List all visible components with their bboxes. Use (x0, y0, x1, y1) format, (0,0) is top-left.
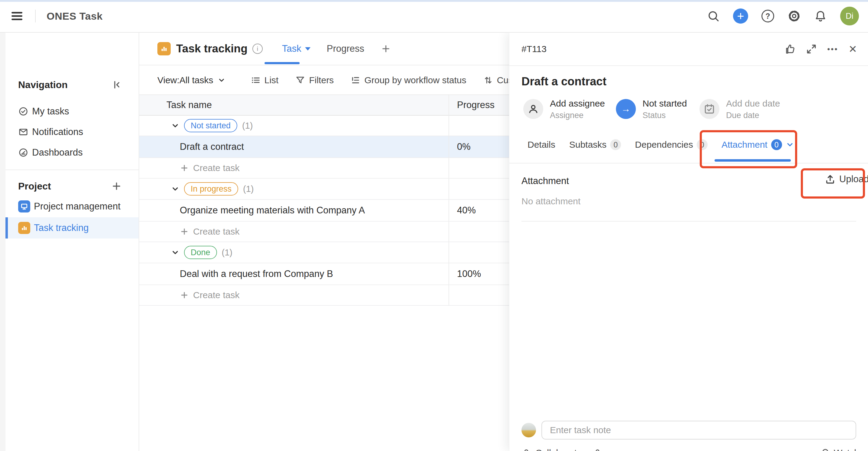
status-badge: In progress (184, 182, 238, 196)
topbar: ONES Task + ? Di (0, 0, 868, 33)
create-task-row[interactable]: Create task (139, 158, 509, 179)
column-divider (448, 95, 449, 306)
main-header: Task tracking i Task Progress (139, 33, 509, 65)
current-user-avatar (522, 423, 536, 438)
tab-dependencies[interactable]: Dependencies 0 (635, 139, 708, 150)
sidebar-item-label: Notifications (32, 126, 83, 138)
app-title: ONES Task (46, 10, 102, 22)
attachment-divider (522, 221, 856, 221)
expand-icon[interactable] (806, 43, 817, 55)
group-count: (1) (222, 248, 232, 258)
attachment-count-badge: 0 (771, 139, 782, 150)
collapse-group-icon[interactable] (171, 122, 179, 129)
list-icon (251, 76, 260, 85)
filter-icon (296, 76, 305, 85)
tab-details[interactable]: Details (528, 140, 555, 150)
sidebar-gutter (0, 33, 5, 451)
tab-attachment[interactable]: Attachment 0 (721, 139, 794, 150)
status-arrow-icon: → (616, 99, 636, 119)
group-row-not-started: Not started (1) (139, 116, 509, 136)
person-icon (523, 99, 543, 119)
close-icon[interactable]: ✕ (849, 44, 858, 54)
task-detail-panel: #T113 ••• ✕ Draft a contract Add assigne… (509, 33, 868, 451)
collapse-sidebar-icon[interactable] (112, 80, 122, 90)
group-row-done: Done (1) (139, 242, 509, 263)
group-row-in-progress: In progress (1) (139, 179, 509, 200)
tabs-divider (509, 163, 868, 163)
sidebar-item-label: Project management (34, 201, 120, 212)
table-row[interactable]: Draft a contract 0% (139, 136, 509, 158)
tab-subtasks[interactable]: Subtasks 0 (569, 139, 621, 150)
assignee-action-label: Add assignee (550, 97, 605, 110)
subtasks-count-badge: 0 (610, 139, 621, 150)
active-tab-underline (715, 159, 791, 162)
task-note-input[interactable] (541, 421, 856, 440)
calendar-icon (700, 99, 719, 119)
sidebar-item-project-management[interactable]: Project management (5, 196, 138, 217)
sidebar-item-my-tasks[interactable]: My tasks (5, 101, 138, 122)
task-name: Draft a contract (180, 141, 244, 152)
add-person-icon[interactable] (593, 448, 603, 451)
assignee-field[interactable]: Add assignee Assignee (523, 97, 605, 121)
collaborators-control[interactable]: Collaborators (522, 448, 603, 451)
group-icon (351, 76, 361, 85)
envelope-icon (18, 127, 28, 137)
project-management-icon (18, 200, 30, 212)
plus-icon (180, 291, 189, 300)
sidebar-item-task-tracking[interactable]: Task tracking (5, 217, 138, 239)
task-progress: 100% (457, 269, 481, 279)
due-date-action-label: Add due date (726, 97, 780, 110)
attachment-section-title: Attachment (522, 176, 569, 186)
task-id: #T113 (522, 44, 547, 54)
list-view-button[interactable]: List (251, 75, 279, 85)
collapse-group-icon[interactable] (171, 248, 179, 257)
bell-icon[interactable] (814, 10, 827, 22)
status-field[interactable]: → Not started Status (616, 97, 687, 121)
due-date-field-label: Due date (726, 110, 780, 121)
plus-icon (180, 227, 189, 236)
tab-task[interactable]: Task (282, 43, 311, 54)
dashboard-icon (18, 147, 28, 158)
add-project-icon[interactable] (112, 181, 122, 191)
sidebar-item-dashboards[interactable]: Dashboards (5, 142, 138, 163)
status-value: Not started (643, 97, 687, 110)
window-top-strip (0, 0, 868, 2)
add-view-tab-icon[interactable] (381, 43, 391, 54)
table-header: Task name Progress (139, 95, 509, 116)
table-row[interactable]: Deal with a request from Company B 100% (139, 263, 509, 285)
collapse-group-icon[interactable] (171, 185, 179, 193)
main-content: Task tracking i Task Progress View:All t… (139, 33, 509, 451)
due-date-field[interactable]: Add due date Due date (700, 97, 780, 121)
sidebar-item-label: My tasks (32, 106, 69, 117)
user-avatar[interactable]: Di (840, 7, 859, 25)
custom-sort-button[interactable]: Custom s (483, 75, 509, 85)
info-icon[interactable]: i (252, 43, 263, 54)
view-selector[interactable]: View:All tasks (157, 75, 225, 85)
help-icon[interactable]: ? (762, 10, 774, 22)
tab-progress[interactable]: Progress (327, 43, 364, 54)
status-badge: Done (184, 246, 217, 259)
watch-control[interactable]: Watch (820, 448, 859, 451)
create-task-row[interactable]: Create task (139, 285, 509, 306)
create-task-row[interactable]: Create task (139, 221, 509, 242)
task-title: Draft a contract (522, 75, 607, 88)
sidebar-item-notifications[interactable]: Notifications (5, 122, 138, 142)
gear-icon[interactable] (787, 9, 801, 23)
task-progress: 40% (457, 205, 476, 216)
more-actions-icon[interactable]: ••• (827, 45, 838, 53)
filters-button[interactable]: Filters (296, 75, 334, 85)
hamburger-menu-icon[interactable] (10, 9, 24, 23)
dependencies-count-badge: 0 (697, 139, 708, 150)
navigation-header: Navigation (18, 79, 68, 90)
column-header-task-name: Task name (166, 95, 212, 115)
sidebar-item-label: Dashboards (32, 147, 83, 158)
task-tracking-icon (18, 222, 30, 234)
create-button[interactable]: + (733, 8, 748, 24)
table-row[interactable]: Organize meeting materials with Company … (139, 200, 509, 221)
sidebar: Navigation My tasks Notifications Dashbo… (5, 33, 139, 451)
group-by-button[interactable]: Group by workflow status (351, 75, 466, 85)
upload-button[interactable]: Upload (825, 174, 868, 185)
page-title: Task tracking (176, 42, 248, 55)
like-icon[interactable] (784, 43, 796, 55)
search-icon[interactable] (707, 10, 720, 22)
